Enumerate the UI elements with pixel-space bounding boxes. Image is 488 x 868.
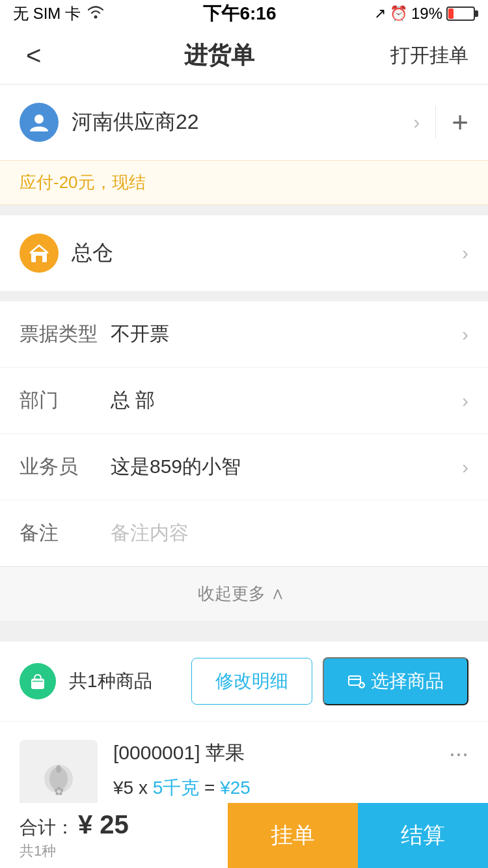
sales-value: 这是859的小智 <box>98 454 462 480</box>
status-right: ↗ ⏰ 19% <box>374 5 475 23</box>
dept-label: 部门 <box>20 387 98 414</box>
hang-button[interactable]: 挂单 <box>228 803 358 868</box>
sales-label: 业务员 <box>20 454 98 480</box>
collapse-row[interactable]: 收起更多 ∧ <box>0 566 488 621</box>
total-label-row: 合计： ¥ 25 <box>20 810 208 840</box>
supplier-name: 河南供应商22 <box>72 108 413 137</box>
product-quantity: 5千克 <box>153 778 200 798</box>
product-title: [0000001] 苹果 <box>113 740 439 766</box>
bag-icon <box>20 663 56 699</box>
select-product-label: 选择商品 <box>371 669 444 694</box>
status-left: 无 SIM 卡 <box>13 3 105 24</box>
time-display: 下午6:16 <box>203 1 276 26</box>
carrier-text: 无 SIM 卡 <box>13 3 81 24</box>
hang-label: 挂单 <box>271 821 315 850</box>
product-name: 苹果 <box>206 742 245 763</box>
chevron-right-icon-dept: › <box>462 390 468 412</box>
sales-row[interactable]: 业务员 这是859的小智 › <box>0 433 488 500</box>
supplier-avatar <box>20 103 59 142</box>
supplier-section: 河南供应商22 › + 应付-20元，现结 <box>0 85 488 205</box>
product-bar: 共1种商品 修改明细 选择商品 <box>0 631 488 721</box>
chevron-right-icon: › <box>413 111 420 133</box>
svg-rect-5 <box>349 676 360 685</box>
svg-point-0 <box>94 16 98 19</box>
svg-point-9 <box>56 765 61 773</box>
remark-row[interactable]: 备注 备注内容 <box>0 500 488 566</box>
svg-point-1 <box>34 115 44 124</box>
collapse-label: 收起更多 ∧ <box>198 582 284 605</box>
bottom-bar: 合计： ¥ 25 共1种 挂单 结算 <box>0 803 488 868</box>
invoice-label: 票据类型 <box>20 321 98 347</box>
remark-input[interactable]: 备注内容 <box>98 520 468 547</box>
status-bar: 无 SIM 卡 下午6:16 ↗ ⏰ 19% <box>0 0 488 27</box>
product-code: [0000001] <box>113 742 200 763</box>
warehouse-row[interactable]: 总仓 › <box>0 215 488 291</box>
svg-rect-4 <box>31 679 44 689</box>
chevron-right-icon-sales: › <box>462 456 468 478</box>
modify-detail-button[interactable]: 修改明细 <box>191 658 312 705</box>
invoice-value: 不开票 <box>98 321 462 347</box>
notice-bar: 应付-20元，现结 <box>0 160 488 205</box>
product-info: [0000001] 苹果 ¥5 x 5千克 = ¥25 <box>113 740 439 800</box>
warehouse-section: 总仓 › <box>0 215 488 291</box>
select-product-button[interactable]: 选择商品 <box>323 657 468 705</box>
warehouse-name: 总仓 <box>72 239 462 267</box>
alarm-icon: ⏰ <box>390 5 407 22</box>
invoice-type-row[interactable]: 票据类型 不开票 › <box>0 301 488 367</box>
product-price-row: ¥5 x 5千克 = ¥25 <box>113 776 439 800</box>
product-eq: = <box>204 778 220 798</box>
back-button[interactable]: < <box>20 34 47 77</box>
total-section: 合计： ¥ 25 共1种 <box>0 803 228 868</box>
product-x: x <box>139 778 153 798</box>
battery-icon <box>446 7 475 21</box>
total-label: 合计： <box>20 815 74 840</box>
product-price: ¥5 <box>113 778 133 798</box>
dept-value: 总 部 <box>98 387 462 414</box>
chevron-right-icon-warehouse: › <box>462 242 468 264</box>
product-count-text: 共1种商品 <box>69 669 191 694</box>
svg-rect-3 <box>36 256 42 262</box>
dept-row[interactable]: 部门 总 部 › <box>0 367 488 433</box>
vertical-divider <box>435 106 436 139</box>
warehouse-icon <box>20 234 59 273</box>
total-amount: ¥ 25 <box>78 810 129 839</box>
notice-text: 应付-20元，现结 <box>20 172 146 192</box>
checkout-label: 结算 <box>401 821 445 850</box>
supplier-row[interactable]: 河南供应商22 › + <box>0 85 488 160</box>
location-icon: ↗ <box>374 5 386 22</box>
add-button[interactable]: + <box>452 106 468 139</box>
chevron-right-icon-invoice: › <box>462 323 468 346</box>
battery-percent: 19% <box>411 5 442 23</box>
total-count: 共1种 <box>20 841 208 861</box>
product-total: ¥25 <box>220 778 251 798</box>
page-title: 进货单 <box>184 40 254 72</box>
checkout-button[interactable]: 结算 <box>358 803 488 868</box>
nav-bar: < 进货单 打开挂单 <box>0 27 488 85</box>
open-hang-button[interactable]: 打开挂单 <box>390 42 468 69</box>
product-more-button[interactable]: ··· <box>449 740 468 767</box>
svg-text:✿: ✿ <box>54 785 64 798</box>
remark-label: 备注 <box>20 520 98 547</box>
wifi-icon <box>86 5 105 23</box>
form-section: 票据类型 不开票 › 部门 总 部 › 业务员 这是859的小智 › 备注 备注… <box>0 301 488 621</box>
